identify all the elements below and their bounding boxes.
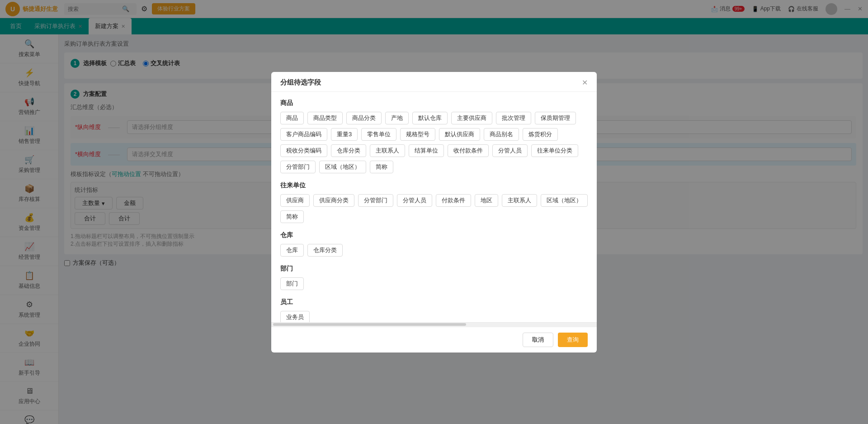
field-section-title-4: 员工 xyxy=(280,298,588,306)
field-tag-0-4[interactable]: 默认仓库 xyxy=(412,112,448,124)
field-tag-1-1[interactable]: 供应商分类 xyxy=(313,194,354,207)
field-tags-2: 仓库仓库分类 xyxy=(280,244,588,257)
field-tag-0-21[interactable]: 往来单位分类 xyxy=(531,144,578,157)
field-tag-0-20[interactable]: 分管人员 xyxy=(492,144,528,157)
field-tag-0-9[interactable]: 重量3 xyxy=(331,128,358,141)
field-tag-0-10[interactable]: 零售单位 xyxy=(361,128,396,141)
field-tags-1: 供应商供应商分类分管部门分管人员付款条件地区主联系人区域（地区）简称 xyxy=(280,194,588,223)
field-tags-0: 商品商品类型商品分类产地默认仓库主要供应商批次管理保质期管理客户商品编码重量3零… xyxy=(280,112,588,173)
modal-confirm-btn[interactable]: 查询 xyxy=(558,333,588,347)
field-tag-1-6[interactable]: 主联系人 xyxy=(502,194,537,207)
field-tag-2-0[interactable]: 仓库 xyxy=(280,244,304,257)
field-tag-0-15[interactable]: 税收分类编码 xyxy=(280,144,327,157)
field-tag-0-16[interactable]: 仓库分类 xyxy=(331,144,366,157)
field-tag-0-18[interactable]: 结算单位 xyxy=(409,144,444,157)
modal-hscroll[interactable] xyxy=(271,322,597,327)
field-tag-0-7[interactable]: 保质期管理 xyxy=(535,112,576,124)
field-section-title-3: 部门 xyxy=(280,265,588,273)
field-tag-3-0[interactable]: 部门 xyxy=(280,277,304,290)
field-tag-0-5[interactable]: 主要供应商 xyxy=(451,112,492,124)
field-tag-0-24[interactable]: 简称 xyxy=(370,161,393,173)
field-section-0: 商品商品商品类型商品分类产地默认仓库主要供应商批次管理保质期管理客户商品编码重量… xyxy=(280,99,588,173)
field-tag-0-22[interactable]: 分管部门 xyxy=(280,161,316,173)
field-tag-0-19[interactable]: 收付款条件 xyxy=(448,144,489,157)
field-tag-0-6[interactable]: 批次管理 xyxy=(496,112,531,124)
field-tag-0-11[interactable]: 规格型号 xyxy=(400,128,435,141)
field-tag-0-2[interactable]: 商品分类 xyxy=(346,112,382,124)
field-section-2: 仓库仓库仓库分类 xyxy=(280,231,588,257)
modal-footer: 取消 查询 xyxy=(271,327,597,353)
field-tag-4-0[interactable]: 业务员 xyxy=(280,311,310,322)
field-tag-1-8[interactable]: 简称 xyxy=(280,210,304,223)
field-tag-0-23[interactable]: 区域（地区） xyxy=(319,161,366,173)
field-tags-4: 业务员 xyxy=(280,311,588,322)
field-tag-2-1[interactable]: 仓库分类 xyxy=(307,244,343,257)
field-tag-0-1[interactable]: 商品类型 xyxy=(307,112,343,124)
field-tag-0-13[interactable]: 商品别名 xyxy=(484,128,519,141)
field-tag-1-5[interactable]: 地区 xyxy=(475,194,498,207)
hscroll-thumb[interactable] xyxy=(273,323,466,326)
field-tag-0-14[interactable]: 炼货积分 xyxy=(523,128,558,141)
field-section-title-0: 商品 xyxy=(280,99,588,107)
field-section-title-2: 仓库 xyxy=(280,231,588,239)
field-tag-1-0[interactable]: 供应商 xyxy=(280,194,310,207)
field-tag-1-3[interactable]: 分管人员 xyxy=(397,194,432,207)
field-tag-0-17[interactable]: 主联系人 xyxy=(370,144,405,157)
field-section-1: 往来单位供应商供应商分类分管部门分管人员付款条件地区主联系人区域（地区）简称 xyxy=(280,181,588,223)
modal-header: 分组待选字段 ✕ xyxy=(271,72,597,92)
field-select-modal: 分组待选字段 ✕ 商品商品商品类型商品分类产地默认仓库主要供应商批次管理保质期管… xyxy=(271,72,597,353)
field-tag-0-3[interactable]: 产地 xyxy=(385,112,409,124)
modal-overlay: 分组待选字段 ✕ 商品商品商品类型商品分类产地默认仓库主要供应商批次管理保质期管… xyxy=(0,0,868,424)
field-tag-0-8[interactable]: 客户商品编码 xyxy=(280,128,327,141)
field-tag-1-2[interactable]: 分管部门 xyxy=(358,194,393,207)
field-tag-1-7[interactable]: 区域（地区） xyxy=(541,194,588,207)
field-section-title-1: 往来单位 xyxy=(280,181,588,190)
field-tag-1-4[interactable]: 付款条件 xyxy=(436,194,471,207)
field-tag-0-0[interactable]: 商品 xyxy=(280,112,304,124)
modal-title: 分组待选字段 xyxy=(280,78,321,87)
modal-cancel-btn[interactable]: 取消 xyxy=(523,333,553,347)
field-section-4: 员工业务员 xyxy=(280,298,588,322)
field-tags-3: 部门 xyxy=(280,277,588,290)
field-tag-0-12[interactable]: 默认供应商 xyxy=(439,128,480,141)
modal-body: 商品商品商品类型商品分类产地默认仓库主要供应商批次管理保质期管理客户商品编码重量… xyxy=(271,92,597,322)
field-section-3: 部门部门 xyxy=(280,265,588,290)
modal-close-btn[interactable]: ✕ xyxy=(582,78,588,87)
